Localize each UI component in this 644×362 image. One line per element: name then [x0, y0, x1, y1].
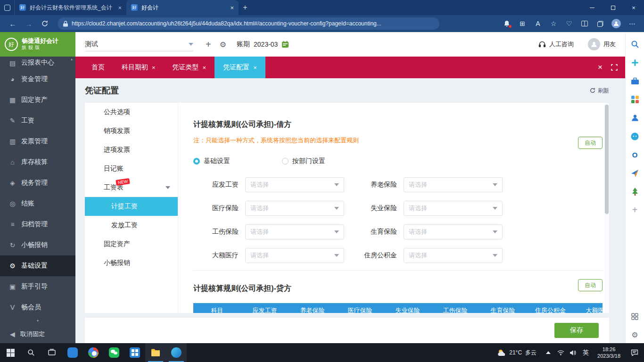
widgets-icon[interactable]: [630, 312, 640, 321]
messenger-icon[interactable]: [630, 132, 640, 141]
weather-widget[interactable]: 21°C 多云: [492, 349, 542, 357]
read-aloud-icon[interactable]: A: [534, 19, 542, 28]
sidebar-item-tax[interactable]: ◈ 税务管理: [0, 173, 75, 193]
subnav-pay-payroll[interactable]: 发放工资: [85, 216, 178, 235]
task-view-icon[interactable]: [41, 343, 62, 362]
subnav-common-options[interactable]: 公共选项: [85, 103, 178, 122]
settings-gear-icon[interactable]: ⚙: [630, 330, 640, 339]
collections-icon[interactable]: [596, 19, 604, 28]
taskbar-app-calculator-icon[interactable]: [124, 343, 145, 362]
select-housing-fund[interactable]: 请选择: [404, 248, 503, 263]
unpin-sidebar-button[interactable]: ◀ 取消固定: [0, 325, 75, 343]
split-screen-icon[interactable]: [580, 19, 589, 28]
taskbar-clock[interactable]: 18:26 2023/3/18: [593, 346, 625, 359]
account-settings-icon[interactable]: ⚙: [220, 40, 226, 49]
start-button[interactable]: [0, 343, 21, 362]
sidebar-item-expense[interactable]: ↻ 小畅报销: [0, 235, 75, 255]
select-gross-salary[interactable]: 请选择: [245, 177, 344, 192]
sidebar-item-archive[interactable]: ≡ 归档管理: [0, 214, 75, 235]
address-bar[interactable]: https://cloud2.chanjet.com/accounting/uh…: [58, 17, 439, 30]
maximize-button[interactable]: [603, 0, 623, 15]
close-window-button[interactable]: ×: [623, 0, 644, 15]
browser-profile-avatar[interactable]: [611, 19, 621, 28]
tray-expand-icon[interactable]: [542, 343, 554, 362]
panel-scrollbar[interactable]: [604, 103, 609, 313]
tab-actions-icon[interactable]: [0, 5, 14, 11]
select-maternity-insurance[interactable]: 请选择: [404, 224, 503, 239]
quick-create-icon[interactable]: [630, 58, 640, 67]
taskbar-search-icon[interactable]: [21, 343, 41, 362]
refresh-button[interactable]: 刷新: [590, 87, 609, 95]
browser-tab-2[interactable]: 好 好会计 ×: [126, 0, 239, 15]
add-account-icon[interactable]: +: [206, 39, 211, 50]
fullscreen-icon[interactable]: [611, 64, 618, 71]
browser-essentials-icon[interactable]: ♡: [565, 19, 573, 28]
favorites-star-icon[interactable]: ☆: [549, 19, 558, 28]
nav-scroll-up-icon[interactable]: ▴: [71, 57, 73, 61]
sidebar-item-cloud-reports[interactable]: ▤ 云报表中心: [0, 57, 75, 69]
sidebar-item-invoices[interactable]: ▥ 发票管理: [0, 131, 75, 152]
outlook-icon[interactable]: O: [630, 150, 640, 159]
back-icon[interactable]: ←: [6, 17, 20, 30]
browser-menu-icon[interactable]: ⋯: [628, 19, 636, 28]
select-supplementary-medical[interactable]: 请选择: [245, 248, 344, 263]
sidebar-item-fixed-assets[interactable]: ▦ 固定资产: [0, 90, 75, 110]
tab-close-icon[interactable]: ×: [118, 4, 122, 11]
tab-voucher-config[interactable]: 凭证配置 ×: [215, 57, 265, 78]
taskbar-app-explorer-icon[interactable]: [145, 343, 166, 362]
forward-icon[interactable]: →: [22, 17, 36, 30]
close-all-tabs-icon[interactable]: ×: [598, 63, 603, 72]
tab-close-icon[interactable]: ×: [152, 64, 156, 71]
save-button[interactable]: 保存: [554, 323, 599, 338]
subnav-payroll-sheet[interactable]: 工资表 NEW: [85, 178, 178, 197]
apps-grid-icon[interactable]: ⊞: [518, 19, 527, 28]
network-icon[interactable]: [554, 343, 567, 362]
briefcase-icon[interactable]: [630, 76, 640, 86]
sidebar-item-closing[interactable]: ◎ 结账: [0, 193, 75, 214]
volume-icon[interactable]: [567, 343, 579, 362]
add-shortcut-icon[interactable]: +: [630, 205, 640, 214]
apps-grid-icon[interactable]: [630, 95, 640, 104]
tab-home[interactable]: 首页: [83, 57, 113, 78]
subnav-expense[interactable]: 小畅报销: [85, 254, 178, 272]
select-medical-insurance[interactable]: 请选择: [245, 201, 344, 216]
contacts-icon[interactable]: [630, 113, 640, 123]
sidebar-item-membership[interactable]: Ⅴ 畅会员: [0, 297, 75, 318]
account-select[interactable]: 测试: [85, 37, 193, 51]
calendar-icon[interactable]: [281, 41, 289, 48]
nav-scroll-down-icon[interactable]: ▾: [0, 319, 75, 325]
taskbar-app-mail-icon[interactable]: [62, 343, 83, 362]
select-pension-insurance[interactable]: 请选择: [404, 177, 503, 192]
new-tab-button[interactable]: +: [239, 3, 252, 12]
sidebar-item-inventory[interactable]: ⌂ 库存核算: [0, 152, 75, 173]
taskbar-app-chrome-icon[interactable]: [83, 343, 104, 362]
action-center-icon[interactable]: [625, 343, 644, 362]
auto-button-debit[interactable]: 自动: [578, 137, 603, 149]
subnav-fixed-assets[interactable]: 固定资产: [85, 235, 178, 254]
subnav-journal[interactable]: 日记账: [85, 159, 178, 178]
select-unemployment-insurance[interactable]: 请选择: [404, 201, 503, 216]
scrollbar-thumb[interactable]: [605, 105, 609, 214]
tab-close-icon[interactable]: ×: [253, 64, 257, 71]
period-value[interactable]: 2023-03: [254, 41, 278, 48]
browser-tab-1[interactable]: 好 好会计云财务软件管理系统_会计 ×: [14, 0, 126, 15]
subnav-sales-invoice[interactable]: 销项发票: [85, 122, 178, 140]
send-icon[interactable]: [630, 168, 640, 178]
search-icon[interactable]: [630, 40, 640, 49]
radio-basic-settings[interactable]: 基础设置: [193, 157, 230, 165]
alert-icon[interactable]: [503, 19, 511, 28]
tab-close-icon[interactable]: ×: [230, 4, 234, 11]
subnav-accrue-payroll[interactable]: 计提工资: [85, 197, 178, 216]
taskbar-app-wechat-icon[interactable]: [104, 343, 124, 362]
radio-by-department[interactable]: 按部门设置: [282, 157, 325, 165]
tab-close-icon[interactable]: ×: [203, 64, 206, 71]
sidebar-item-payroll[interactable]: ✎ 工资: [0, 110, 75, 131]
sidebar-item-settings[interactable]: ⚙ 基础设置: [0, 255, 75, 276]
taskbar-app-edge-icon[interactable]: [166, 343, 187, 362]
select-injury-insurance[interactable]: 请选择: [245, 224, 344, 239]
user-menu[interactable]: 用友: [588, 38, 616, 50]
sidebar-item-funds[interactable]: ◕ 资金管理: [0, 69, 75, 90]
refresh-icon[interactable]: [38, 17, 52, 30]
minimize-button[interactable]: [582, 0, 603, 15]
tab-voucher-type[interactable]: 凭证类型 ×: [164, 57, 215, 78]
